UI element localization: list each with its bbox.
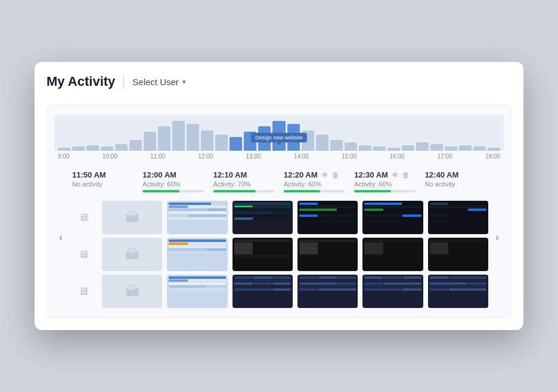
screenshot-empty-0-2[interactable]: 🏔 [102,275,162,308]
screen-preview [297,201,358,234]
screen-cell [383,276,402,279]
screen-preview [167,238,227,271]
screen-cell [299,285,356,288]
screen-row [364,288,421,291]
screenshot-thumb-2-0[interactable] [232,201,293,234]
chart-bar [144,132,156,151]
screen-row [299,282,356,285]
screen-cell [169,239,225,242]
screen-cell [299,239,356,242]
screen-row [299,279,356,282]
screen-row [234,217,291,220]
screenshot-empty-0-1[interactable]: 🏔 [102,238,162,271]
chart-bar [473,147,486,151]
chart-bar [258,126,271,151]
screen-row [234,288,291,291]
screenshot-thumb-1-2[interactable] [167,275,227,308]
screen-row [169,245,225,248]
screenshot-thumb-5-1[interactable] [428,238,488,271]
screen-cell [364,239,421,242]
screen-cell [364,214,402,217]
chart-bar [115,144,128,151]
screen-row [430,285,486,288]
screen-cell [430,214,448,217]
screenshot-thumb-5-0[interactable] [428,201,488,234]
screen-cell [188,214,226,217]
header-divider [123,74,124,89]
screenshot-thumb-2-2[interactable] [232,275,293,308]
time-label: 16:00 [389,153,404,160]
screen-row [234,279,291,282]
screen-row [364,211,421,214]
screenshot-thumb-1-1[interactable] [167,238,227,271]
chart-bar [402,145,414,151]
screen-row [364,282,421,285]
screenshot-thumb-3-0[interactable] [297,201,358,234]
screen-row [299,285,356,288]
monitor-icon-2: 🖥 [70,238,97,271]
screenshot-thumb-4-2[interactable] [362,275,423,308]
screen-cell [384,209,421,211]
screen-cell [299,279,356,282]
screenshot-thumb-4-1[interactable] [362,238,423,271]
screenshot-thumb-2-1[interactable] [232,238,293,271]
left-icons-col: 🖥 🖥 🖥 [67,201,100,308]
chart-bar [287,124,300,151]
screen-row [169,211,225,214]
time-label: 15:00 [342,153,356,160]
screen-preview [362,201,423,234]
screen-cell [234,285,291,288]
chart-bar [445,147,457,151]
screen-preview [362,238,423,271]
screen-row [299,239,356,242]
chart-bar [172,121,185,151]
chart-bar [316,135,328,151]
activity-bar-fill-1 [142,190,179,192]
screenshot-thumb-1-0[interactable] [167,201,227,234]
screen-cell [449,276,486,279]
screen-row [364,206,421,208]
screen-row [430,203,486,205]
chevron-right-icon: › [495,231,499,244]
chart-bar [388,148,400,151]
screen-cell [364,242,383,254]
photo-placeholder-icon: 🏔 [125,283,140,300]
screenshot-thumb-4-0[interactable] [362,201,423,234]
screen-row [169,242,225,245]
trash-button-4[interactable]: 🗑 [402,171,410,179]
eye-button-3[interactable]: 👁 [321,171,328,179]
screen-cell [169,217,225,220]
screen-row [234,206,291,208]
screen-row [169,248,225,251]
col-header-1: 12:00 AMActivity: 60% [138,167,208,196]
chart-bar [488,148,500,151]
screen-row [430,206,486,208]
col-time-0: 11:50 AM [72,170,133,179]
select-user-label: Select User [132,77,179,87]
screenshot-thumb-3-2[interactable] [297,275,358,308]
timeline-chart[interactable]: Design new website [54,115,504,151]
col-header-0: 11:50 AMNo activity [67,167,138,196]
screen-row [299,288,356,291]
next-nav-button[interactable]: › [491,167,504,308]
screen-cell [234,239,291,242]
col-time-5: 12:40 AM [425,170,486,179]
eye-button-4[interactable]: 👁 [392,171,399,179]
screen-row [169,288,225,291]
screen-cell [402,203,421,205]
screen-cell [299,209,337,211]
chevron-down-icon: ▾ [182,78,186,86]
trash-button-3[interactable]: 🗑 [332,171,339,179]
screenshot-thumb-3-1[interactable] [297,238,358,271]
screen-row [169,209,225,211]
screen-preview [232,238,293,271]
prev-nav-button[interactable]: ‹ [54,167,67,308]
screen-cell [337,282,356,285]
screenshot-empty-0-0[interactable]: 🏔 [102,201,162,234]
screen-cell [318,276,337,279]
screen-row [299,209,356,211]
screenshot-thumb-5-2[interactable] [428,275,488,308]
screen-cell [169,282,225,285]
select-user-button[interactable]: Select User ▾ [132,77,186,87]
screen-cell [449,203,486,205]
